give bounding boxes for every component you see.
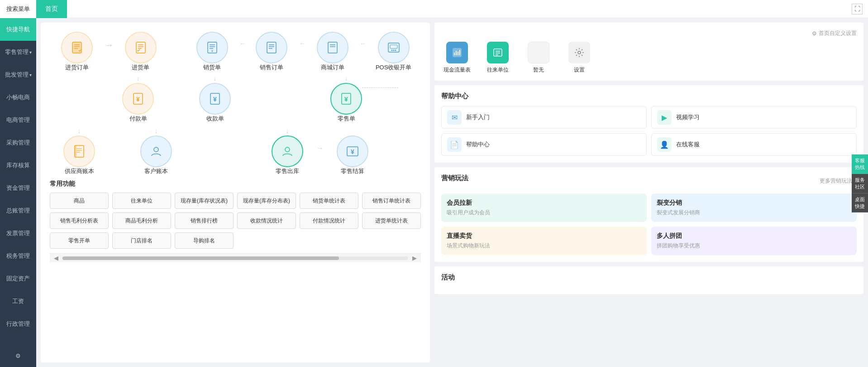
- live-title: 直播卖货: [447, 232, 641, 240]
- quick-icon-empty[interactable]: 暂无: [523, 42, 554, 74]
- func-row-3: 零售开单 门店排名 导购排名: [50, 232, 421, 249]
- scroll-track[interactable]: [62, 256, 408, 260]
- quick-access-header: ⚙ 首页自定义设置: [441, 29, 857, 37]
- func-btn-purchase-stat[interactable]: 进货单统计表: [362, 212, 421, 229]
- mall-order-icon[interactable]: [317, 32, 348, 63]
- retail-settle-icon[interactable]: ¥: [337, 135, 368, 167]
- common-funcs-title: 常用功能: [50, 180, 421, 188]
- func-btn-retail-order[interactable]: 零售开单: [50, 232, 109, 249]
- scroll-left-btn[interactable]: ◀: [52, 255, 60, 261]
- sidebar-item-ecommerce[interactable]: 电商管理: [0, 109, 36, 131]
- purchase-order-icon[interactable]: [61, 32, 93, 63]
- svg-point-24: [393, 50, 394, 51]
- service-label: 在线客服: [676, 140, 700, 149]
- sales-bill-icon[interactable]: ¥: [196, 32, 228, 63]
- search-menu-btn[interactable]: 搜索菜单: [0, 0, 36, 18]
- down-arrow-retail-out: ↓: [286, 127, 289, 135]
- func-btn-store-rank[interactable]: 门店排名: [112, 232, 171, 249]
- node-label-sales-bill: 销货单: [203, 63, 221, 72]
- func-btn-sales-profit[interactable]: 销售毛利分析表: [50, 212, 109, 229]
- float-btn-community[interactable]: 服务社区: [852, 174, 868, 193]
- func-btn-receipt-stat[interactable]: 收款情况统计: [237, 212, 296, 229]
- func-btn-goods-profit[interactable]: 商品毛利分析: [112, 212, 171, 229]
- sidebar-item-retail[interactable]: 零售管理 ▾: [0, 41, 36, 63]
- svg-point-50: [578, 51, 581, 54]
- dashed-arrow-left: ←: [239, 32, 244, 47]
- marketing-item-fission[interactable]: 裂变分销 裂变式发展分销商: [651, 193, 857, 222]
- sidebar-item-assets[interactable]: 固定资产: [0, 267, 36, 290]
- fullscreen-button[interactable]: ⛶: [852, 4, 863, 14]
- retail-out-icon[interactable]: [272, 135, 303, 167]
- sidebar-item-inventory[interactable]: 库存核算: [0, 154, 36, 177]
- empty-icon-box: [528, 42, 549, 63]
- sidebar-settings-btn[interactable]: ⚙: [0, 344, 36, 367]
- customize-link[interactable]: ⚙ 首页自定义设置: [812, 29, 857, 37]
- func-btn-sales-stat[interactable]: 销货单统计表: [300, 193, 358, 209]
- node-purchase-order: 进货订单: [50, 32, 105, 72]
- pos-icon[interactable]: [378, 32, 410, 63]
- func-btn-sales-order-stat[interactable]: 销售订单统计表: [362, 193, 421, 209]
- func-btn-payment-stat[interactable]: 付款情况统计: [300, 212, 358, 229]
- down-arrow-supplier: ↓: [78, 127, 81, 135]
- supplier-book-icon[interactable]: [63, 135, 95, 167]
- func-btn-stock-status[interactable]: 现存量(库存状况表): [175, 193, 234, 209]
- func-row-1: 商品 往来单位 现存量(库存状况表) 现存量(库存分布表) 销货单统计表 销售订…: [50, 193, 421, 209]
- node-label-mall-order: 商城订单: [321, 63, 344, 72]
- member-desc: 吸引用户成为会员: [447, 209, 641, 217]
- partners-icon-box: [487, 42, 509, 63]
- svg-rect-0: [72, 42, 81, 53]
- func-btn-stock-dist[interactable]: 现存量(库存分布表): [237, 193, 296, 209]
- node-label-payment: 付款单: [129, 115, 147, 123]
- fission-title: 裂变分销: [657, 199, 851, 207]
- float-btn-service[interactable]: 客服热线: [852, 155, 868, 174]
- func-btn-guide-rank[interactable]: 导购排名: [175, 232, 234, 249]
- node-label-sales-order: 销售订单: [260, 63, 283, 72]
- top-bar-right: ⛶: [852, 4, 868, 14]
- sidebar-item-tax[interactable]: 税务管理: [0, 245, 36, 267]
- sidebar-item-purchase[interactable]: 采购管理: [0, 131, 36, 154]
- marketing-item-member[interactable]: 会员拉新 吸引用户成为会员: [441, 193, 647, 222]
- col-retail-out: ↓ 零售出库: [258, 126, 317, 175]
- col-payment: ↓ ¥ 付款单: [109, 74, 167, 123]
- help-item-beginner[interactable]: ✉ 新手入门: [441, 106, 647, 129]
- customer-book-icon[interactable]: [140, 135, 172, 167]
- sidebar-item-salary[interactable]: 工资: [0, 290, 36, 313]
- marketing-header: 营销玩法 更多营销玩法 >: [441, 174, 857, 188]
- service-icon: 👤: [657, 137, 672, 152]
- help-item-video[interactable]: ▶ 视频学习: [651, 106, 857, 129]
- sidebar-item-wholesale[interactable]: 批发管理 ▾: [0, 63, 36, 86]
- func-btn-sales-rank[interactable]: 销售排行榜: [175, 212, 234, 229]
- help-item-service[interactable]: 👤 在线客服: [651, 133, 857, 156]
- sidebar-item-quick-nav[interactable]: 快捷导航: [0, 18, 36, 41]
- scroll-thumb: [62, 256, 339, 260]
- quick-icon-settings[interactable]: 设置: [563, 42, 595, 74]
- sidebar-item-ecommerce-small[interactable]: 小畅电商: [0, 86, 36, 109]
- sidebar-item-finance[interactable]: 资金管理: [0, 177, 36, 199]
- func-btn-goods[interactable]: 商品: [50, 193, 109, 209]
- marketing-more-link[interactable]: 更多营销玩法 >: [820, 177, 857, 185]
- video-icon: ▶: [657, 110, 672, 125]
- marketing-section: 营销玩法 更多营销玩法 > 会员拉新 吸引用户成为会员 裂变分销 裂变式发展分销…: [434, 167, 863, 262]
- sales-order-icon[interactable]: [256, 32, 287, 63]
- marketing-item-live[interactable]: 直播卖货 场景式购物新玩法: [441, 227, 647, 255]
- help-item-help[interactable]: 📄 帮助中心: [441, 133, 647, 156]
- sidebar-item-ledger[interactable]: 总账管理: [0, 199, 36, 222]
- purchase-bill-icon[interactable]: [125, 32, 157, 63]
- sidebar-item-admin[interactable]: 行政管理: [0, 313, 36, 335]
- float-btn-desktop[interactable]: 桌面快捷: [852, 193, 868, 212]
- svg-text:¥: ¥: [213, 96, 217, 103]
- scroll-right-btn[interactable]: ▶: [410, 255, 419, 261]
- payment-bill-icon[interactable]: ¥: [122, 83, 154, 115]
- tab-home[interactable]: 首页: [36, 0, 67, 18]
- node-label-customer-book: 客户账本: [144, 167, 168, 175]
- retail-bill-icon[interactable]: ¥: [330, 83, 362, 115]
- quick-icon-partners[interactable]: 往来单位: [482, 42, 514, 74]
- quick-icon-cashflow[interactable]: 现金流量表: [441, 42, 473, 74]
- marketing-items-grid: 会员拉新 吸引用户成为会员 裂变分销 裂变式发展分销商 直播卖货 场景式购物新玩…: [441, 193, 857, 255]
- marketing-item-group[interactable]: 多人拼团 拼团购物享受优惠: [651, 227, 857, 255]
- scroll-bar: ◀ ▶: [50, 253, 421, 262]
- func-btn-partners[interactable]: 往来单位: [112, 193, 171, 209]
- receipt-bill-icon[interactable]: ¥: [199, 83, 231, 115]
- sidebar-item-invoice[interactable]: 发票管理: [0, 222, 36, 245]
- node-sales-bill: ¥ 销货单: [185, 32, 239, 72]
